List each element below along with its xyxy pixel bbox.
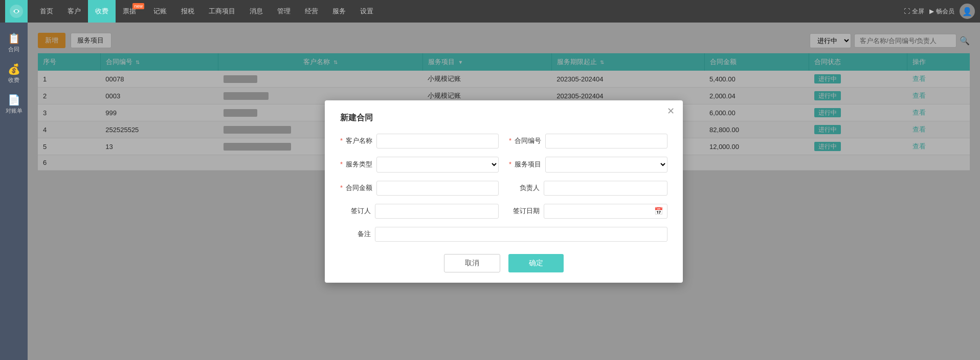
required-star-2: * — [509, 137, 511, 144]
customer-label: * 客户名称 — [340, 136, 372, 145]
assignee-input[interactable] — [544, 181, 667, 196]
sidebar-item-contract[interactable]: 📋 合同 — [0, 28, 28, 58]
nav-business[interactable]: 工商项目 — [202, 0, 242, 23]
svg-point-1 — [15, 10, 18, 13]
sidebar-billing-label: 收费 — [8, 76, 19, 84]
fullscreen-button[interactable]: ⛶ 全屏 — [904, 7, 924, 16]
sidebar-item-billing[interactable]: 💰 收费 — [0, 58, 28, 89]
new-contract-modal: ✕ 新建合同 * 客户名称 * 合同编号 — [325, 100, 683, 283]
billing-icon: 💰 — [8, 64, 20, 74]
sign-date-label: 签订日期 — [509, 206, 540, 216]
nav-service[interactable]: 服务 — [325, 0, 353, 23]
modal-title: 新建合同 — [340, 113, 667, 123]
nav-tax[interactable]: 报税 — [174, 0, 202, 23]
nav-bookkeeping[interactable]: 记账 — [146, 0, 174, 23]
customer-name-input[interactable] — [376, 134, 499, 149]
logo — [5, 0, 28, 23]
nav-customer[interactable]: 客户 — [60, 0, 88, 23]
cancel-button[interactable]: 取消 — [444, 254, 500, 272]
calendar-icon[interactable]: 📅 — [654, 207, 663, 215]
form-row-note: 备注 — [340, 227, 667, 242]
nav-management[interactable]: 管理 — [270, 0, 298, 23]
member-label: 畅会员 — [936, 7, 954, 16]
fullscreen-icon: ⛶ — [904, 8, 910, 15]
nav-operations[interactable]: 经营 — [298, 0, 325, 23]
signer-input[interactable] — [375, 204, 499, 219]
form-row-customer: * 客户名称 — [340, 134, 499, 149]
assignee-label: 负责人 — [509, 183, 540, 193]
amount-label: * 合同金额 — [340, 183, 372, 193]
contract-icon: 📋 — [8, 33, 20, 44]
main-layout: 📋 合同 💰 收费 📄 对账单 新增 服务项目 进行中 已完成 全部 🔍 — [0, 23, 980, 360]
nav-home[interactable]: 首页 — [33, 0, 60, 23]
new-badge: new — [132, 3, 144, 9]
required-star-4: * — [509, 160, 511, 168]
form-row-service-item: * 服务项目 — [509, 157, 667, 173]
nav-right: ⛶ 全屏 ▶ 畅会员 👤 — [904, 4, 975, 19]
sign-date-input[interactable]: 2023-06-06 — [548, 204, 654, 218]
form-row-service-type: * 服务类型 — [340, 157, 499, 173]
sidebar: 📋 合同 💰 收费 📄 对账单 — [0, 23, 28, 360]
statement-icon: 📄 — [8, 95, 20, 105]
form-row-assignee: 负责人 — [509, 181, 667, 196]
signer-label: 签订人 — [340, 206, 371, 216]
date-input-wrapper: 2023-06-06 📅 — [544, 204, 667, 219]
service-item-label: * 服务项目 — [509, 160, 541, 169]
fullscreen-label: 全屏 — [912, 7, 924, 16]
top-nav: 首页 客户 收费 票据 new 记账 报税 工商项目 消息 管理 经营 服务 设… — [0, 0, 980, 23]
form-row-amount: * 合同金额 0.00 — [340, 181, 499, 196]
form-actions: 取消 确定 — [340, 254, 667, 272]
confirm-button[interactable]: 确定 — [508, 254, 564, 272]
modal-close-button[interactable]: ✕ — [667, 107, 675, 116]
form-row-signer: 签订人 — [340, 204, 499, 219]
sidebar-item-statement[interactable]: 📄 对账单 — [0, 89, 28, 120]
nav-messages[interactable]: 消息 — [242, 0, 270, 23]
required-star-5: * — [340, 184, 343, 192]
content-area: 新增 服务项目 进行中 已完成 全部 🔍 序号 合同编号 ⇅ — [28, 23, 980, 360]
note-input[interactable] — [375, 227, 667, 242]
nav-billing[interactable]: 收费 — [88, 0, 116, 23]
play-icon: ▶ — [929, 8, 934, 15]
member-button[interactable]: ▶ 畅会员 — [929, 7, 954, 16]
form-row-sign-date: 签订日期 2023-06-06 📅 — [509, 204, 667, 219]
sidebar-contract-label: 合同 — [8, 46, 19, 53]
amount-input[interactable]: 0.00 — [376, 181, 499, 196]
avatar[interactable]: 👤 — [960, 4, 975, 19]
service-item-select[interactable] — [545, 157, 667, 173]
sidebar-statement-label: 对账单 — [6, 107, 23, 115]
nav-invoice[interactable]: 票据 new — [116, 0, 146, 23]
required-star-3: * — [340, 160, 343, 168]
form-grid: * 客户名称 * 合同编号 — [340, 134, 667, 242]
form-row-contract-no: * 合同编号 — [509, 134, 667, 149]
service-type-select[interactable] — [376, 157, 499, 173]
note-label: 备注 — [340, 229, 371, 239]
contract-no-label: * 合同编号 — [509, 136, 541, 145]
nav-settings[interactable]: 设置 — [353, 0, 381, 23]
service-type-label: * 服务类型 — [340, 160, 372, 169]
required-star: * — [340, 137, 343, 144]
modal-overlay: ✕ 新建合同 * 客户名称 * 合同编号 — [28, 23, 980, 360]
contract-no-input[interactable] — [545, 134, 667, 149]
